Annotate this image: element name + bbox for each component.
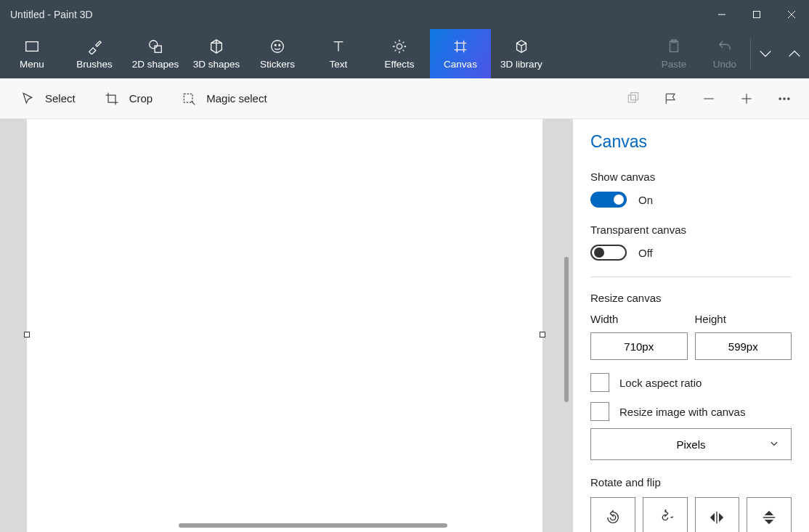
zoom-out-icon[interactable]: [690, 84, 728, 113]
svg-point-19: [779, 97, 781, 99]
svg-point-10: [397, 44, 402, 49]
ribbon-3d-shapes[interactable]: 3D shapes: [186, 29, 247, 78]
ribbon-label: Stickers: [260, 59, 295, 70]
rotate-right-button[interactable]: [643, 497, 688, 532]
paste-button[interactable]: Paste: [649, 29, 699, 78]
show-canvas-label: Show canvas: [590, 171, 792, 183]
svg-point-8: [275, 44, 276, 46]
main-area: Canvas Show canvas On Transparent canvas…: [0, 119, 809, 532]
ribbon-label: 3D library: [500, 59, 542, 70]
select-label: Select: [45, 92, 76, 105]
titlebar: Untitled - Paint 3D: [0, 0, 809, 29]
flip-horizontal-button[interactable]: [695, 497, 740, 532]
divider: [590, 277, 792, 277]
panel-title: Canvas: [590, 132, 792, 152]
transparent-canvas-toggle[interactable]: [590, 245, 627, 261]
magic-select-label: Magic select: [206, 92, 267, 105]
3d-view-icon[interactable]: [614, 84, 652, 113]
ribbon-label: Canvas: [444, 59, 477, 70]
svg-rect-15: [631, 92, 638, 99]
history-dropdown[interactable]: [751, 29, 780, 78]
menu-label: Menu: [20, 59, 44, 70]
lock-aspect-checkbox[interactable]: [590, 373, 609, 392]
toolrow: Select Crop Magic select: [0, 78, 809, 119]
svg-point-7: [272, 40, 284, 52]
ribbon-brushes[interactable]: Brushes: [64, 29, 125, 78]
ribbon-3d-library[interactable]: 3D library: [491, 29, 552, 78]
flag-icon[interactable]: [652, 84, 690, 113]
svg-rect-1: [754, 12, 760, 18]
undo-button[interactable]: Undo: [699, 29, 750, 78]
transparent-canvas-state: Off: [638, 247, 653, 259]
transparent-canvas-label: Transparent canvas: [590, 224, 792, 236]
height-label: Height: [695, 313, 792, 325]
side-panel: Canvas Show canvas On Transparent canvas…: [573, 119, 809, 532]
resize-image-checkbox[interactable]: [590, 402, 609, 421]
units-select[interactable]: Pixels: [590, 428, 792, 460]
collapse-button[interactable]: [780, 29, 809, 78]
units-value: Pixels: [676, 438, 705, 451]
main-ribbon: Menu Brushes 2D shapes 3D shapes Sticker…: [0, 29, 809, 78]
horizontal-scrollbar[interactable]: [179, 523, 447, 528]
canvas-viewport[interactable]: [0, 119, 573, 532]
ribbon-stickers[interactable]: Stickers: [247, 29, 308, 78]
maximize-button[interactable]: [739, 0, 774, 29]
rotate-flip-label: Rotate and flip: [590, 476, 792, 488]
width-input[interactable]: [590, 332, 688, 360]
svg-point-20: [784, 97, 786, 99]
resize-image-label: Resize image with canvas: [619, 406, 745, 418]
menu-button[interactable]: Menu: [0, 29, 64, 78]
svg-rect-6: [155, 46, 161, 52]
magic-select-tool[interactable]: Magic select: [167, 84, 281, 113]
minimize-button[interactable]: [704, 0, 739, 29]
resize-canvas-label: Resize canvas: [590, 292, 792, 304]
canvas[interactable]: [27, 119, 542, 532]
paste-label: Paste: [662, 59, 687, 70]
ribbon-text[interactable]: Text: [308, 29, 369, 78]
window-title: Untitled - Paint 3D: [0, 9, 93, 20]
zoom-in-icon[interactable]: [728, 84, 765, 113]
width-label: Width: [590, 313, 688, 325]
ribbon-label: 3D shapes: [193, 59, 240, 70]
more-icon[interactable]: [765, 84, 803, 113]
svg-point-5: [150, 40, 158, 48]
select-tool[interactable]: Select: [6, 84, 90, 113]
undo-label: Undo: [713, 59, 736, 70]
vertical-scrollbar[interactable]: [564, 257, 569, 402]
ribbon-label: Brushes: [76, 59, 113, 70]
ribbon-label: Effects: [384, 59, 414, 70]
height-input[interactable]: [695, 332, 792, 360]
ribbon-label: 2D shapes: [132, 59, 179, 70]
show-canvas-toggle[interactable]: [590, 192, 627, 208]
chevron-down-icon: [769, 438, 779, 451]
crop-tool[interactable]: Crop: [90, 84, 168, 113]
ribbon-label: Text: [330, 59, 348, 70]
show-canvas-state: On: [638, 194, 653, 206]
svg-rect-14: [628, 95, 635, 102]
svg-rect-4: [26, 41, 38, 51]
flip-vertical-button[interactable]: [747, 497, 792, 532]
rotate-left-button[interactable]: [590, 497, 635, 532]
lock-aspect-label: Lock aspect ratio: [619, 377, 702, 389]
window-controls: [704, 0, 809, 29]
crop-label: Crop: [129, 92, 153, 105]
svg-rect-13: [184, 94, 193, 102]
resize-handle-left[interactable]: [24, 332, 30, 337]
resize-handle-right[interactable]: [540, 332, 545, 337]
ribbon-2d-shapes[interactable]: 2D shapes: [125, 29, 186, 78]
ribbon-effects[interactable]: Effects: [369, 29, 430, 78]
svg-point-21: [788, 97, 790, 99]
ribbon-canvas[interactable]: Canvas: [430, 29, 491, 78]
close-button[interactable]: [774, 0, 809, 29]
svg-point-9: [279, 44, 280, 46]
